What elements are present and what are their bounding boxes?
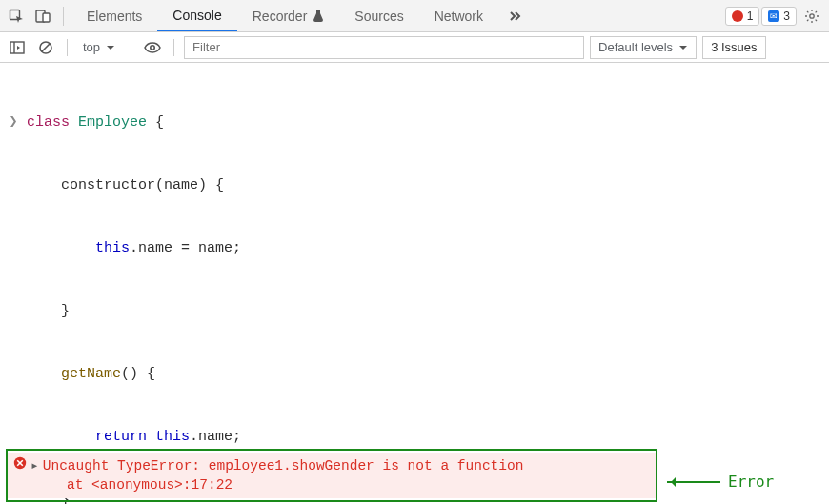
tab-list: Elements Console Recorder Sources Networ… — [71, 0, 531, 31]
console-code-block: ❯class Employee { constructor(name) { th… — [0, 63, 829, 504]
error-dot-icon — [732, 10, 743, 22]
divider — [67, 39, 68, 56]
error-badge-icon — [10, 456, 30, 470]
message-count: 3 — [783, 10, 790, 23]
code-line: class Employee { — [27, 112, 829, 133]
inspect-icon[interactable] — [4, 4, 29, 29]
annotation-label: Error — [728, 473, 774, 491]
tab-elements[interactable]: Elements — [71, 0, 157, 31]
divider — [173, 39, 174, 56]
context-selector[interactable]: top — [77, 38, 121, 56]
tab-recorder[interactable]: Recorder — [237, 0, 340, 31]
svg-point-3 — [810, 13, 814, 17]
code-line: } — [27, 301, 829, 322]
flask-icon — [313, 10, 324, 23]
code-line: return this.name; — [27, 427, 829, 448]
chevron-right-double-icon — [508, 10, 521, 23]
arrow-icon — [667, 481, 720, 483]
error-highlight-box: ▸Uncaught TypeError: employee1.showGende… — [6, 449, 657, 502]
console-toolbar: top Default levels 3 Issues — [0, 32, 829, 63]
error-stack: at <anonymous>:17:22 — [10, 475, 650, 494]
settings-icon[interactable] — [799, 9, 825, 24]
code-line: this.name = name; — [27, 238, 829, 259]
tab-network[interactable]: Network — [419, 0, 498, 31]
sidebar-toggle-icon[interactable] — [6, 36, 29, 59]
expand-caret-icon[interactable]: ▸ — [30, 458, 39, 474]
divider — [63, 7, 64, 26]
tab-sources[interactable]: Sources — [339, 0, 418, 31]
divider — [131, 39, 131, 56]
annotation-arrow: Error — [667, 473, 774, 491]
device-toolbar-icon[interactable] — [30, 4, 55, 29]
live-expression-icon[interactable] — [141, 36, 164, 59]
filter-input[interactable] — [192, 40, 576, 54]
issues-button[interactable]: 3 Issues — [702, 36, 765, 59]
log-levels-selector[interactable]: Default levels — [590, 36, 697, 59]
code-line: constructor(name) { — [27, 175, 829, 196]
chevron-down-icon — [678, 43, 688, 52]
error-message: Uncaught TypeError: employee1.showGender… — [43, 458, 524, 474]
code-line: getName() { — [27, 364, 829, 385]
issues-label: 3 Issues — [711, 40, 757, 54]
clear-console-icon[interactable] — [34, 36, 57, 59]
expand-caret-icon[interactable]: ❯ — [0, 112, 27, 133]
svg-rect-2 — [43, 13, 50, 22]
error-count: 1 — [747, 10, 754, 23]
svg-point-6 — [151, 45, 154, 49]
message-count-badge[interactable]: ✉ 3 — [761, 7, 797, 26]
tab-overflow[interactable] — [498, 0, 531, 31]
console-error-row[interactable]: ▸Uncaught TypeError: employee1.showGende… — [8, 453, 656, 498]
context-label: top — [83, 40, 100, 54]
chevron-down-icon — [106, 43, 115, 52]
message-icon: ✉ — [768, 10, 779, 22]
levels-label: Default levels — [598, 40, 673, 54]
tab-console[interactable]: Console — [157, 0, 236, 31]
error-count-badge[interactable]: 1 — [725, 7, 760, 26]
devtools-tabstrip: Elements Console Recorder Sources Networ… — [0, 0, 829, 32]
filter-box[interactable] — [184, 36, 584, 59]
